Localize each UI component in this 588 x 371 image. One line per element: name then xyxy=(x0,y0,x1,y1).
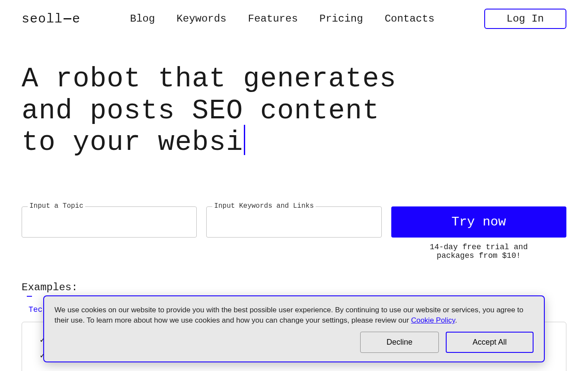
hero-headline: A robot that generates and posts SEO con… xyxy=(22,63,566,159)
topic-input[interactable] xyxy=(22,206,197,238)
nav-features[interactable]: Features xyxy=(248,13,298,25)
cookie-decline-button[interactable]: Decline xyxy=(360,332,439,353)
hero: A robot that generates and posts SEO con… xyxy=(22,63,566,159)
cookie-text: We use cookies on our website to provide… xyxy=(54,305,534,326)
topic-label: Input a Topic xyxy=(28,202,85,210)
hero-line-2: and posts SEO content xyxy=(22,95,380,127)
nav-contacts[interactable]: Contacts xyxy=(385,13,435,25)
try-now-button[interactable]: Try now xyxy=(391,206,566,238)
cookie-banner: We use cookies on our website to provide… xyxy=(43,295,545,362)
hero-line-1: A robot that generates xyxy=(22,63,396,95)
logo[interactable]: seoll e xyxy=(22,12,80,26)
cookie-accept-button[interactable]: Accept All xyxy=(446,332,534,353)
trial-subtext: 14-day free trial and packages from $10! xyxy=(409,243,548,260)
cookie-policy-link[interactable]: Cookie Policy xyxy=(411,316,455,324)
keywords-input[interactable] xyxy=(206,206,381,238)
login-button[interactable]: Log In xyxy=(484,9,566,29)
logo-text-right: e xyxy=(72,12,80,26)
nav-blog[interactable]: Blog xyxy=(130,13,155,25)
logo-text-left: seoll xyxy=(22,12,63,26)
nav-keywords[interactable]: Keywords xyxy=(176,13,226,25)
site-header: seoll e Blog Keywords Features Pricing C… xyxy=(0,0,588,33)
primary-nav: Blog Keywords Features Pricing Contacts xyxy=(130,13,435,25)
generate-form: Input a Topic Input Keywords and Links T… xyxy=(22,206,566,260)
examples-heading: Examples: xyxy=(22,282,566,293)
cookie-buttons: Decline Accept All xyxy=(54,332,534,353)
logo-dash-icon xyxy=(64,18,71,19)
typing-cursor-icon xyxy=(244,125,245,155)
keywords-field: Input Keywords and Links xyxy=(206,206,381,238)
keywords-label: Input Keywords and Links xyxy=(212,202,315,210)
topic-field: Input a Topic xyxy=(22,206,197,238)
cta-column: Try now 14-day free trial and packages f… xyxy=(391,206,566,260)
cookie-text-after: . xyxy=(455,316,457,324)
nav-pricing[interactable]: Pricing xyxy=(320,13,363,25)
hero-line-3: to your websi xyxy=(22,127,243,158)
